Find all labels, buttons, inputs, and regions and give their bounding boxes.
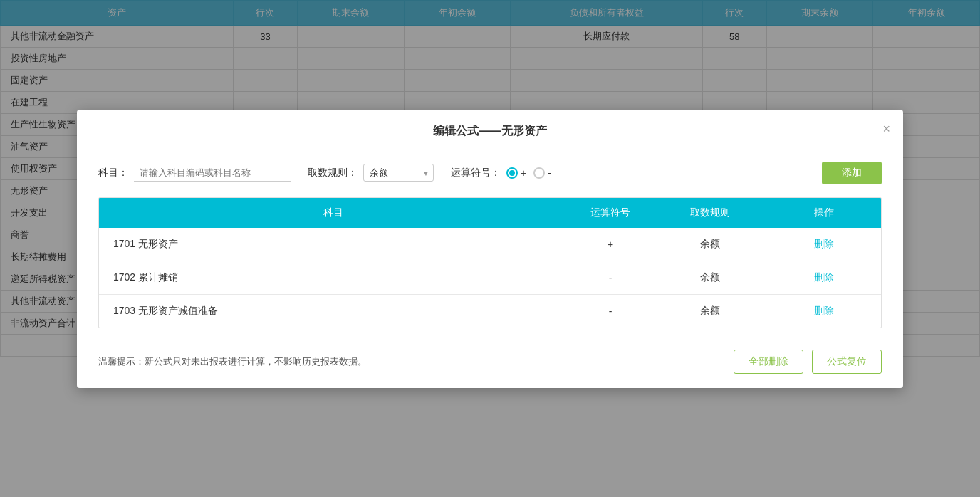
col-action: 操作 bbox=[767, 198, 881, 228]
rule-group: 取数规则： 余额借方贷方借方发生额贷方发生额 ▼ bbox=[308, 164, 434, 182]
rule-select-wrapper: 余额借方贷方借方发生额贷方发生额 ▼ bbox=[363, 164, 434, 182]
col-rule: 取数规则 bbox=[653, 198, 767, 228]
modal-close-button[interactable]: × bbox=[882, 122, 890, 135]
radio-group: + - bbox=[506, 167, 551, 179]
operator-group: 运算符号： + - bbox=[451, 167, 551, 179]
modal-dialog: 编辑公式——无形资产 × 科目： 取数规则： 余额借方贷方借方发生额贷方发生额 … bbox=[77, 110, 903, 388]
rule-select[interactable]: 余额借方贷方借方发生额贷方发生额 bbox=[363, 164, 434, 182]
subject-label: 科目： bbox=[98, 167, 128, 179]
footer-buttons: 全部删除 公式复位 bbox=[734, 350, 882, 374]
modal-footer: 温馨提示：新公式只对未出报表进行计算，不影响历史报表数据。 全部删除 公式复位 bbox=[77, 340, 903, 388]
footer-tip: 温馨提示：新公式只对未出报表进行计算，不影响历史报表数据。 bbox=[98, 355, 367, 368]
radio-plus-circle bbox=[506, 167, 518, 179]
data-table-wrapper: 科目 运算符号 取数规则 操作 1701 无形资产+余额删除1702 累计摊销-… bbox=[98, 197, 882, 328]
radio-minus-label: - bbox=[548, 167, 551, 179]
rule-label: 取数规则： bbox=[308, 167, 358, 179]
radio-minus[interactable]: - bbox=[533, 167, 551, 179]
data-table: 科目 运算符号 取数规则 操作 1701 无形资产+余额删除1702 累计摊销-… bbox=[99, 198, 881, 328]
delete-row-button[interactable]: 删除 bbox=[814, 305, 834, 318]
radio-plus-label: + bbox=[521, 167, 526, 179]
delete-all-button[interactable]: 全部删除 bbox=[734, 350, 803, 374]
col-operator: 运算符号 bbox=[568, 198, 653, 228]
col-subject: 科目 bbox=[99, 198, 568, 228]
reset-formula-button[interactable]: 公式复位 bbox=[812, 350, 882, 374]
delete-row-button[interactable]: 删除 bbox=[814, 238, 834, 251]
add-button[interactable]: 添加 bbox=[822, 162, 882, 184]
radio-minus-circle bbox=[533, 167, 545, 179]
form-row: 科目： 取数规则： 余额借方贷方借方发生额贷方发生额 ▼ 运算符号： bbox=[98, 162, 882, 184]
radio-plus[interactable]: + bbox=[506, 167, 526, 179]
delete-row-button[interactable]: 删除 bbox=[814, 271, 834, 284]
table-row: 1703 无形资产减值准备-余额删除 bbox=[99, 294, 881, 328]
modal-overlay: 编辑公式——无形资产 × 科目： 取数规则： 余额借方贷方借方发生额贷方发生额 … bbox=[0, 0, 980, 497]
subject-input[interactable] bbox=[134, 164, 291, 182]
operator-label: 运算符号： bbox=[451, 167, 501, 179]
modal-header: 编辑公式——无形资产 × bbox=[77, 110, 903, 150]
subject-group: 科目： bbox=[98, 164, 291, 182]
modal-body: 科目： 取数规则： 余额借方贷方借方发生额贷方发生额 ▼ 运算符号： bbox=[77, 150, 903, 340]
table-row: 1701 无形资产+余额删除 bbox=[99, 228, 881, 261]
modal-title: 编辑公式——无形资产 bbox=[433, 125, 547, 137]
table-row: 1702 累计摊销-余额删除 bbox=[99, 261, 881, 294]
